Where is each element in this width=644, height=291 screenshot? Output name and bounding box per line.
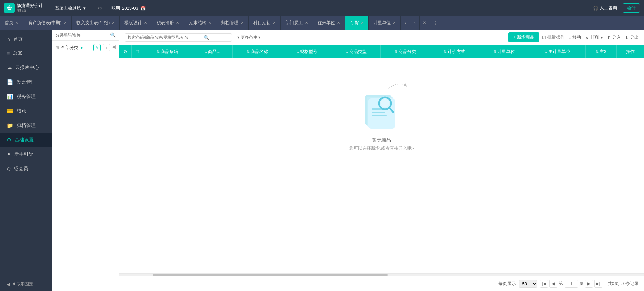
sidebar-item-home[interactable]: ⌂ 首页 — [0, 32, 52, 46]
tab-home-close[interactable]: ✕ — [15, 21, 18, 25]
print-btn[interactable]: 🖨 打印 ▾ — [585, 34, 603, 40]
col-name[interactable]: 商品名称 — [232, 45, 282, 58]
col-main-unit[interactable]: 主计量单位 — [529, 45, 586, 58]
more-filter-label: 更多条件 — [241, 35, 257, 40]
tab-balance-close[interactable]: ✕ — [64, 21, 67, 25]
tab-balance[interactable]: 资产负债表(中期) ✕ — [23, 16, 72, 30]
batch-operate-btn[interactable]: ☑ 批量操作 — [542, 34, 565, 40]
edit-category-btn[interactable]: ✎ — [93, 44, 101, 51]
sidebar-item-member[interactable]: ◇ 畅会员 — [0, 161, 52, 176]
svg-rect-6 — [372, 115, 387, 116]
filter-chevron: ▾ — [258, 35, 260, 40]
add-product-button[interactable]: + 新增商品 — [508, 32, 539, 42]
last-page-btn[interactable]: ▶| — [594, 280, 602, 288]
tab-dept-close[interactable]: ✕ — [305, 21, 308, 25]
category-search-icon[interactable]: 🔍 — [110, 32, 116, 38]
col-barcode[interactable]: 商品条码 — [143, 45, 192, 58]
app-name: 畅捷通好会计 — [17, 3, 43, 8]
sidebar-item-tax-label: 税务管理 — [17, 94, 36, 100]
add-category-btn[interactable]: + — [103, 44, 110, 51]
period-info: 账期 2023-03 📅 — [111, 5, 146, 11]
add-company-icon[interactable]: ＋ — [90, 5, 94, 11]
tab-tax[interactable]: 税表清册 ✕ — [152, 16, 184, 30]
horizontal-scrollbar[interactable] — [119, 273, 644, 276]
sidebar-item-home-label: 首页 — [13, 36, 23, 42]
col-extra[interactable]: 主3 — [586, 45, 616, 58]
sidebar-item-reports[interactable]: ☁ 云报表中心 — [0, 60, 52, 75]
tab-home[interactable]: 首页 ✕ — [0, 16, 23, 30]
tab-customer[interactable]: 往来单位 ✕ — [313, 16, 345, 30]
tab-expand[interactable]: ⛶ — [429, 16, 438, 30]
consulting-button[interactable]: 🎧 人工咨询 — [593, 5, 617, 11]
tab-period-close[interactable]: ✕ — [208, 21, 211, 25]
tab-unit[interactable]: 计量单位 ✕ — [369, 16, 401, 30]
collapse-panel-btn[interactable]: ◀ — [112, 44, 116, 51]
tab-income[interactable]: 收入支出表(年报) ✕ — [72, 16, 120, 30]
category-search-box: 🔍 — [52, 30, 119, 41]
category-search-input[interactable] — [56, 33, 108, 37]
col-spec[interactable]: 规格型号 — [282, 45, 331, 58]
first-page-btn[interactable]: |◀ — [540, 280, 548, 288]
tab-archive-label: 归档管理 — [221, 20, 238, 26]
tab-subject-close[interactable]: ✕ — [273, 21, 276, 25]
tab-income-close[interactable]: ✕ — [112, 21, 115, 25]
tab-archive-close[interactable]: ✕ — [240, 21, 244, 25]
col-price-method[interactable]: 计价方式 — [430, 45, 479, 58]
tab-inventory-close[interactable]: ✕ — [361, 21, 364, 25]
next-page-btn[interactable]: ▶ — [585, 280, 593, 288]
tab-template-close[interactable]: ✕ — [144, 21, 147, 25]
page-number-input[interactable] — [565, 280, 578, 288]
col-code[interactable]: 商品... — [192, 45, 232, 58]
tab-nav-prev[interactable]: ‹ — [401, 16, 410, 30]
product-table-container: ⚙ ☐ 商品条码 商品... 商品名称 规格型号 商品类型 商品分类 计价方式 … — [119, 45, 644, 273]
tab-dept[interactable]: 部门员工 ✕ — [281, 16, 313, 30]
sidebar-item-ledger-label: 总账 — [13, 50, 22, 56]
tab-tax-close[interactable]: ✕ — [176, 21, 179, 25]
right-panel: 🔍 ▾ 更多条件 ▾ + 新增商品 ☑ 批量操作 ↕ — [119, 30, 644, 291]
import-btn[interactable]: ⬆ 导入 — [607, 34, 621, 40]
calendar-icon[interactable]: 📅 — [140, 6, 146, 11]
filter-icon: ▾ — [237, 35, 239, 40]
col-settings[interactable]: ⚙ — [119, 45, 131, 58]
tab-close-all[interactable]: ✕ — [420, 16, 429, 30]
category-actions: ✎ + ◀ — [93, 44, 116, 51]
tab-nav-next[interactable]: › — [410, 16, 420, 30]
page-size-label: 每页显示 — [498, 281, 516, 287]
tab-subject[interactable]: 科目期初 ✕ — [249, 16, 281, 30]
col-checkbox[interactable]: ☐ — [131, 45, 143, 58]
product-search-icon[interactable]: 🔍 — [204, 35, 209, 40]
sidebar-item-settlement[interactable]: 💳 结账 — [0, 104, 52, 118]
sidebar-item-basic[interactable]: ⚙ 基础设置 — [0, 133, 52, 147]
svg-point-8 — [381, 99, 389, 107]
page-size-select[interactable]: 50 100 200 — [519, 280, 537, 288]
batch-icon: ☑ — [542, 35, 546, 40]
tab-template[interactable]: 模版设计 ✕ — [120, 16, 152, 30]
more-filter-btn[interactable]: ▾ 更多条件 ▾ — [235, 33, 263, 42]
sidebar-unpin[interactable]: ◀ ◀ 取消固定 — [0, 277, 52, 291]
scroll-thumb[interactable] — [153, 274, 388, 276]
tab-period[interactable]: 期末结转 ✕ — [184, 16, 216, 30]
tab-unit-close[interactable]: ✕ — [393, 21, 396, 25]
col-category[interactable]: 商品分类 — [381, 45, 430, 58]
move-btn[interactable]: ↕ 移动 — [569, 34, 581, 40]
tab-archive[interactable]: 归档管理 ✕ — [216, 16, 249, 30]
product-search-input[interactable] — [128, 35, 202, 40]
sidebar-item-ledger[interactable]: ≡ 总账 — [0, 46, 52, 60]
page-nav: |◀ ◀ 第 页 ▶ ▶| — [540, 280, 602, 288]
prev-page-btn[interactable]: ◀ — [549, 280, 557, 288]
member-icon: ◇ — [7, 165, 11, 172]
sidebar-item-invoice[interactable]: 📄 发票管理 — [0, 75, 52, 89]
col-unit[interactable]: 计量单位 — [479, 45, 529, 58]
settings-icon[interactable]: ⚙ — [98, 6, 102, 11]
col-type[interactable]: 商品类型 — [331, 45, 380, 58]
sidebar: ⌂ 首页 ≡ 总账 ☁ 云报表中心 📄 发票管理 📊 税务管理 💳 结账 📁 归… — [0, 30, 52, 291]
company-selector[interactable]: 基层工会测试 ▾ — [55, 5, 86, 11]
tab-customer-close[interactable]: ✕ — [337, 21, 340, 25]
export-btn[interactable]: ⬇ 导出 — [625, 34, 639, 40]
sidebar-item-tax[interactable]: 📊 税务管理 — [0, 89, 52, 104]
tab-inventory[interactable]: 存货 ✕ — [345, 16, 369, 30]
table-header: ⚙ ☐ 商品条码 商品... 商品名称 规格型号 商品类型 商品分类 计价方式 … — [119, 45, 644, 58]
sidebar-item-guide[interactable]: ✦ 新手引导 — [0, 147, 52, 161]
account-button[interactable]: 会计 — [623, 3, 640, 13]
sidebar-item-archive[interactable]: 📁 归档管理 — [0, 118, 52, 133]
